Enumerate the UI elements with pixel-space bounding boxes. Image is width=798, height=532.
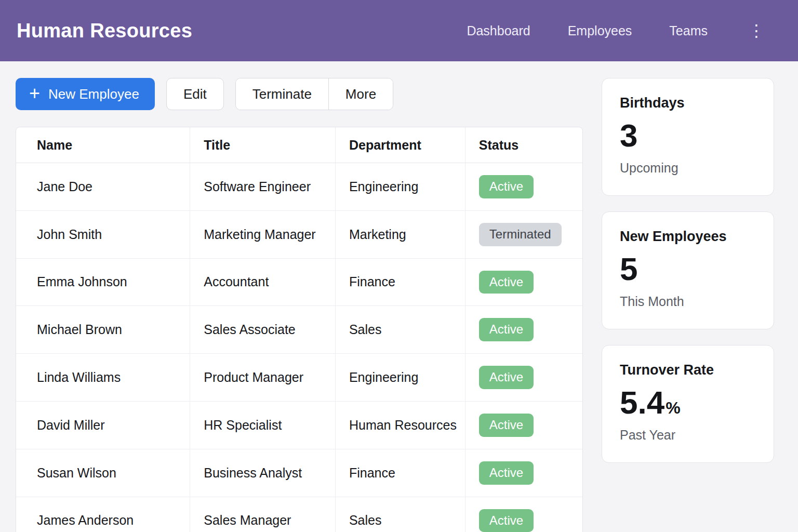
status-badge: Active	[479, 509, 534, 532]
employee-title: Software Engineer	[190, 163, 336, 211]
employee-department: Sales	[335, 306, 465, 354]
employee-department: Sales	[335, 497, 465, 532]
card-value: 5	[620, 252, 756, 286]
table-header-row: Name Title Department Status	[16, 127, 582, 163]
table-row[interactable]: James AndersonSales ManagerSalesActive	[16, 497, 582, 532]
status-badge: Active	[479, 461, 534, 485]
status-badge: Terminated	[479, 223, 562, 246]
employee-status-cell: Active	[465, 163, 582, 211]
table-row[interactable]: Michael BrownSales AssociateSalesActive	[16, 306, 582, 354]
employee-department: Finance	[335, 258, 465, 306]
employee-name: Linda Williams	[16, 354, 190, 402]
turnover-value: 5.4	[620, 384, 664, 420]
employee-title: Sales Manager	[190, 497, 336, 532]
employee-department: Marketing	[335, 210, 465, 258]
employee-status-cell: Active	[465, 401, 582, 449]
sidebar: Birthdays 3 Upcoming New Employees 5 Thi…	[602, 78, 774, 463]
status-badge: Active	[479, 366, 534, 389]
top-nav: Dashboard Employees Teams ⋮	[467, 22, 768, 39]
more-button[interactable]: More	[329, 78, 393, 110]
column-header-department: Department	[335, 127, 465, 163]
page-title: Human Resources	[17, 20, 192, 42]
employee-status-cell: Active	[465, 306, 582, 354]
status-badge: Active	[479, 271, 534, 294]
toolbar: + New Employee Edit Terminate More	[16, 78, 583, 110]
card-title: Turnover Rate	[620, 362, 756, 378]
nav-teams[interactable]: Teams	[669, 23, 708, 38]
employee-name: David Miller	[16, 401, 190, 449]
employee-name: Emma Johnson	[16, 258, 190, 306]
employee-title: HR Specialist	[190, 401, 336, 449]
column-header-title: Title	[190, 127, 336, 163]
employee-table-card: Name Title Department Status Jane DoeSof…	[16, 127, 583, 532]
employee-title: Marketing Manager	[190, 210, 336, 258]
new-employees-card: New Employees 5 This Month	[602, 211, 774, 329]
employee-status-cell: Active	[465, 449, 582, 497]
employee-table: Name Title Department Status Jane DoeSof…	[16, 127, 582, 532]
birthdays-card: Birthdays 3 Upcoming	[602, 78, 774, 196]
main-panel: + New Employee Edit Terminate More Name …	[16, 78, 583, 532]
employee-status-cell: Active	[465, 354, 582, 402]
employee-status-cell: Active	[465, 258, 582, 306]
card-value: 3	[620, 118, 756, 152]
employee-department: Finance	[335, 449, 465, 497]
column-header-status: Status	[465, 127, 582, 163]
employee-title: Product Manager	[190, 354, 336, 402]
status-badge: Active	[479, 175, 534, 198]
employee-name: James Anderson	[16, 497, 190, 532]
content-area: + New Employee Edit Terminate More Name …	[0, 61, 798, 532]
table-row[interactable]: Emma JohnsonAccountantFinanceActive	[16, 258, 582, 306]
employee-title: Sales Associate	[190, 306, 336, 354]
table-row[interactable]: David MillerHR SpecialistHuman Resources…	[16, 401, 582, 449]
table-row[interactable]: Linda WilliamsProduct ManagerEngineering…	[16, 354, 582, 402]
app-header: Human Resources Dashboard Employees Team…	[0, 0, 798, 61]
nav-dashboard[interactable]: Dashboard	[467, 23, 530, 38]
new-employee-button[interactable]: + New Employee	[16, 78, 155, 110]
employee-title: Business Analyst	[190, 449, 336, 497]
turnover-unit: %	[666, 398, 680, 417]
employee-department: Engineering	[335, 354, 465, 402]
employee-table-body: Jane DoeSoftware EngineerEngineeringActi…	[16, 163, 582, 532]
table-row[interactable]: John SmithMarketing ManagerMarketingTerm…	[16, 210, 582, 258]
status-badge: Active	[479, 318, 534, 341]
overflow-menu-icon[interactable]: ⋮	[745, 22, 768, 39]
terminate-button[interactable]: Terminate	[236, 78, 328, 110]
card-value: 5.4%	[620, 385, 756, 419]
employee-title: Accountant	[190, 258, 336, 306]
turnover-rate-card: Turnover Rate 5.4% Past Year	[602, 345, 774, 463]
new-employee-label: New Employee	[48, 86, 139, 102]
employee-name: Jane Doe	[16, 163, 190, 211]
employee-name: Susan Wilson	[16, 449, 190, 497]
column-header-name: Name	[16, 127, 190, 163]
plus-icon: +	[29, 84, 40, 103]
table-row[interactable]: Jane DoeSoftware EngineerEngineeringActi…	[16, 163, 582, 211]
employee-department: Human Resources	[335, 401, 465, 449]
employee-name: John Smith	[16, 210, 190, 258]
card-caption: This Month	[620, 294, 756, 309]
employee-status-cell: Active	[465, 497, 582, 532]
table-row[interactable]: Susan WilsonBusiness AnalystFinanceActiv…	[16, 449, 582, 497]
edit-button[interactable]: Edit	[166, 78, 224, 110]
card-title: Birthdays	[620, 95, 756, 111]
employee-department: Engineering	[335, 163, 465, 211]
card-caption: Past Year	[620, 428, 756, 443]
employee-status-cell: Terminated	[465, 210, 582, 258]
nav-employees[interactable]: Employees	[568, 23, 632, 38]
card-title: New Employees	[620, 229, 756, 245]
terminate-more-group: Terminate More	[235, 78, 393, 110]
employee-name: Michael Brown	[16, 306, 190, 354]
status-badge: Active	[479, 414, 534, 437]
card-caption: Upcoming	[620, 161, 756, 176]
